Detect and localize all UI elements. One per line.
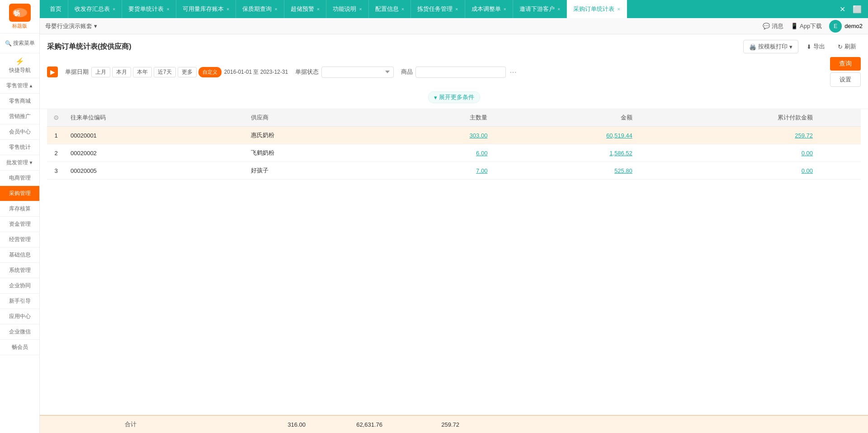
query-button[interactable]: 查询: [830, 57, 861, 71]
date-btn-7days[interactable]: 近7天: [154, 67, 176, 77]
filter-expand-row: ▾ 展开更多条件: [47, 90, 861, 105]
tab-close-receive-send[interactable]: ×: [113, 6, 115, 12]
sidebar-item-system[interactable]: 系统管理: [0, 263, 39, 278]
cell-paid[interactable]: 259.72: [638, 127, 818, 144]
filter-row-1: ▶ 单据日期 上月 本月 本年 近7天 更多 自定义 2016-01-01 至 …: [47, 57, 861, 87]
print-button[interactable]: 🖨️ 按模板打印 ▾: [743, 40, 798, 53]
sidebar-item-member2[interactable]: 畅会员: [0, 340, 39, 355]
sidebar-item-inventory[interactable]: 库存核算: [0, 201, 39, 217]
sidebar-item-retail[interactable]: 零售管理 ▲: [0, 78, 39, 94]
cell-paid[interactable]: 0.00: [638, 162, 818, 180]
tab-close-pick-task[interactable]: ×: [455, 6, 458, 12]
cell-supplier: 惠氏奶粉: [245, 127, 380, 144]
arrow-down-icon-wholesale: ▼: [29, 160, 33, 165]
breadcrumb: 母婴行业演示账套 ▾: [45, 22, 97, 30]
quick-nav-icon: ⚡: [15, 57, 24, 66]
tab-close-function-desc[interactable]: ×: [359, 6, 362, 12]
sidebar-item-member[interactable]: 会员中心: [0, 124, 39, 140]
footer-total-label: 合计: [125, 420, 206, 428]
tab-close-config-info[interactable]: ×: [401, 6, 404, 12]
col-settings: ⚙: [47, 109, 65, 127]
sidebar-item-retail-stat[interactable]: 零售统计: [0, 140, 39, 155]
sidebar: 畅 标题版 🔍 搜索菜单 ⚡ 快捷导航 零售管理 ▲ 零售商城 营销推广 会员中…: [0, 0, 40, 433]
tab-req-summary[interactable]: 要货单统计表 ×: [122, 0, 176, 18]
search-menu-area[interactable]: 🔍 搜索菜单: [0, 33, 39, 53]
sidebar-item-app-center[interactable]: 应用中心: [0, 309, 39, 324]
table-header-row: ⚙ 往来单位编码 供应商 主数量 金额 累计付款金额: [47, 109, 861, 127]
maximize-window-button[interactable]: ⬜: [850, 3, 864, 15]
tab-receive-send[interactable]: 收发存汇总表 ×: [68, 0, 122, 18]
sidebar-item-ecommerce[interactable]: 电商管理: [0, 171, 39, 186]
tab-purchase-summary[interactable]: 采购订单统计表 ×: [567, 0, 627, 18]
arrow-down-icon: ▲: [29, 83, 33, 88]
settings-button[interactable]: 设置: [830, 72, 861, 87]
sidebar-item-enterprise[interactable]: 企业协同: [0, 278, 39, 294]
expand-conditions-button[interactable]: ▾ 展开更多条件: [428, 91, 480, 103]
date-btn-last-month[interactable]: 上月: [91, 67, 110, 77]
tab-close-req-summary[interactable]: ×: [166, 6, 169, 12]
search-menu-button[interactable]: 🔍 搜索菜单: [3, 37, 37, 49]
date-btn-this-year[interactable]: 本年: [133, 67, 152, 77]
tab-close-cost-adjust[interactable]: ×: [504, 6, 506, 12]
user-info[interactable]: E demo2: [829, 20, 863, 33]
sidebar-item-retail-store[interactable]: 零售商城: [0, 94, 39, 109]
tab-close-purchase-summary[interactable]: ×: [617, 6, 620, 12]
message-action[interactable]: 💬 消息: [763, 22, 783, 30]
cell-paid[interactable]: 0.00: [638, 144, 818, 162]
date-filter-label: 单据日期: [65, 68, 89, 76]
cell-supplier: 飞鹤奶粉: [245, 144, 380, 162]
date-btn-custom[interactable]: 自定义: [198, 67, 222, 77]
topbar: 首页 收发存汇总表 × 要货单统计表 × 可用量库存账本 × 保质期查询 × 超…: [40, 0, 868, 18]
date-btn-more[interactable]: 更多: [178, 67, 197, 77]
sidebar-item-marketing[interactable]: 营销推广: [0, 109, 39, 124]
sidebar-item-purchase[interactable]: 采购管理: [0, 186, 39, 201]
column-settings-icon[interactable]: ⚙: [53, 114, 59, 121]
tab-close-overstock[interactable]: ×: [317, 6, 320, 12]
filter-toggle-button[interactable]: ▶: [47, 67, 58, 77]
cell-amount[interactable]: 60,519.44: [493, 127, 637, 144]
tab-config-info[interactable]: 配置信息 ×: [369, 0, 411, 18]
message-icon: 💬: [763, 23, 770, 29]
sidebar-item-wechat[interactable]: 企业微信: [0, 324, 39, 340]
cell-amount[interactable]: 1,586.52: [493, 144, 637, 162]
tab-stock-ledger[interactable]: 可用量库存账本 ×: [176, 0, 236, 18]
header-right-actions: 💬 消息 📱 App下载 E demo2: [763, 20, 863, 33]
date-btn-this-month[interactable]: 本月: [112, 67, 131, 77]
cell-extra: [818, 162, 861, 180]
cell-amount[interactable]: 525.80: [493, 162, 637, 180]
data-table: ⚙ 往来单位编码 供应商 主数量 金额 累计付款金额 1 00020001 惠氏…: [47, 109, 861, 180]
cell-extra: [818, 127, 861, 144]
date-range-display: 2016-01-01 至 2023-12-31: [224, 68, 288, 76]
cell-quantity[interactable]: 6.00: [380, 144, 493, 162]
sidebar-item-new-guide[interactable]: 新手引导: [0, 294, 39, 309]
tab-close-stock-ledger[interactable]: ×: [226, 6, 229, 12]
sidebar-item-operation[interactable]: 经营管理: [0, 232, 39, 247]
sidebar-item-quick-nav[interactable]: ⚡ 快捷导航: [0, 53, 39, 78]
tab-function-desc[interactable]: 功能说明 ×: [326, 0, 368, 18]
tab-invite-downstream[interactable]: 邀请下游客户 ×: [513, 0, 567, 18]
account-selector[interactable]: 母婴行业演示账套 ▾: [45, 22, 97, 30]
goods-filter-label: 商品: [401, 68, 413, 76]
goods-more-icon[interactable]: ⋯: [509, 68, 517, 76]
sidebar-item-wholesale[interactable]: 批发管理 ▼: [0, 155, 39, 171]
tab-close-invite-downstream[interactable]: ×: [557, 6, 560, 12]
tab-pick-task[interactable]: 拣货任务管理 ×: [411, 0, 465, 18]
close-window-button[interactable]: ✕: [837, 3, 848, 15]
app-download-action[interactable]: 📱 App下载: [791, 22, 822, 30]
cell-quantity[interactable]: 7.00: [380, 162, 493, 180]
cell-no: 3: [47, 162, 65, 180]
goods-input[interactable]: [415, 67, 506, 78]
tab-cost-adjust[interactable]: 成本调整单 ×: [465, 0, 513, 18]
main-area: 首页 收发存汇总表 × 要货单统计表 × 可用量库存账本 × 保质期查询 × 超…: [40, 0, 868, 433]
sidebar-item-basic-info[interactable]: 基础信息: [0, 247, 39, 263]
status-select[interactable]: [321, 67, 394, 78]
tab-close-expiry-query[interactable]: ×: [274, 6, 277, 12]
refresh-button[interactable]: ↻ 刷新: [833, 40, 861, 53]
tab-overstock[interactable]: 超储预警 ×: [284, 0, 326, 18]
tab-expiry-query[interactable]: 保质期查询 ×: [236, 0, 284, 18]
tab-home[interactable]: 首页: [43, 0, 68, 18]
cell-quantity[interactable]: 303.00: [380, 127, 493, 144]
export-button[interactable]: ⬇ 导出: [802, 40, 830, 53]
sidebar-item-finance[interactable]: 资金管理: [0, 217, 39, 232]
search-icon: 🔍: [5, 40, 12, 47]
